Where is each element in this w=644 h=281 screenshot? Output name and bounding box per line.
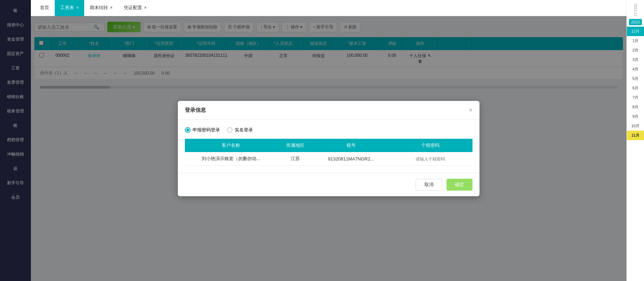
modal-body: 申报密码登录 实名登录 客户名称 所属地区 <box>178 120 479 173</box>
sidebar-item-tax-mgmt[interactable]: 税务管理 <box>0 104 31 118</box>
sidebar-item-salary[interactable]: 工资 <box>0 61 31 75</box>
main-area: 首页 工资表 × 期末结转 × 凭证配置 × 🔍 <box>31 0 626 281</box>
modal-td-password-input[interactable] <box>389 152 472 166</box>
close-tab-period-close[interactable]: × <box>110 5 113 10</box>
sidebar-item-ledger[interactable]: 账 <box>0 118 31 133</box>
radio-circle-password <box>185 127 190 133</box>
sidebar-item-fixed-assets[interactable]: 固定资产 <box>0 47 31 61</box>
sidebar-item-account[interactable]: 账 <box>0 4 31 18</box>
cal-month-3[interactable]: 3月 <box>627 55 644 64</box>
cal-month-4[interactable]: 4月 <box>627 64 644 74</box>
calendar-year: 2023.11 <box>633 4 637 16</box>
cal-month-11[interactable]: 11月 <box>627 131 644 140</box>
modal-td-region: 江苏 <box>277 152 313 166</box>
modal-table-row: 刘小艳演示账套（勿删勿动... 江苏 91320811MA7NGR2... <box>185 152 472 166</box>
modal-th-client-name: 客户名称 <box>185 139 277 152</box>
modal-table-header-row: 客户名称 所属地区 税号 个税密码 <box>185 139 472 152</box>
modal-close-button[interactable]: × <box>469 107 472 114</box>
password-input[interactable] <box>393 157 468 162</box>
modal-overlay: 登录信息 × 申报密码登录 实名登录 <box>31 16 626 281</box>
sidebar-item-doc-mgmt[interactable]: 档档管理 <box>0 133 31 147</box>
radio-password-login[interactable]: 申报密码登录 <box>185 127 220 133</box>
sidebar-item-invoice-mgmt[interactable]: 发票管理 <box>0 75 31 90</box>
sidebar-item-fund-mgmt[interactable]: 资金管理 <box>0 32 31 47</box>
tab-home[interactable]: 首页 <box>34 0 55 16</box>
modal-td-tax-no: 91320811MA7NGR2... <box>314 152 389 166</box>
cal-month-10[interactable]: 10月 <box>627 121 644 131</box>
sidebar-item-report-center[interactable]: 报表中心 <box>0 18 31 32</box>
modal-title: 登录信息 <box>185 107 206 114</box>
confirm-button[interactable]: 确定 <box>447 179 472 191</box>
sidebar-item-member[interactable]: 会员 <box>0 190 31 205</box>
tab-voucher-config[interactable]: 凭证配置 × <box>118 0 152 16</box>
radio-group: 申报密码登录 实名登录 <box>185 127 472 133</box>
cal-month-8[interactable]: 8月 <box>627 102 644 112</box>
tab-salary[interactable]: 工资表 × <box>55 0 84 16</box>
modal-td-client-name: 刘小艳演示账套（勿删勿动... <box>185 152 277 166</box>
tab-bar: 首页 工资表 × 期末结转 × 凭证配置 × <box>31 0 626 16</box>
cal-month-7[interactable]: 7月 <box>627 93 644 102</box>
radio-realname-login[interactable]: 实名登录 <box>227 127 253 133</box>
page-content: 🔍 添加人员 ▾ ⊞ 统一社保设置 ⊠ 专项附加扣除 ☰ 个税申报 <box>31 16 626 281</box>
sidebar: 账 报表中心 资金管理 固定资产 工资 发票管理 销销台账 税务管理 账 档档管… <box>0 0 31 281</box>
close-tab-voucher-config[interactable]: × <box>144 5 147 10</box>
modal-th-region: 所属地区 <box>277 139 313 152</box>
sidebar-item-guide[interactable]: 新手引导 <box>0 176 31 190</box>
calendar-panel: 2023.11 2023 12月 1月 2月 3月 4月 5月 6月 7月 8月… <box>626 0 644 281</box>
calendar-badge: 2023 <box>629 19 642 25</box>
login-info-modal: 登录信息 × 申报密码登录 实名登录 <box>178 101 479 196</box>
modal-table: 客户名称 所属地区 税号 个税密码 刘小艳演示账套（勿删勿动... 江苏 <box>185 139 472 166</box>
sidebar-item-settings[interactable]: 设 <box>0 162 31 176</box>
cal-month-6[interactable]: 6月 <box>627 83 644 93</box>
radio-circle-realname <box>227 127 233 133</box>
sidebar-item-reimbursement[interactable]: 冲畅报销 <box>0 147 31 162</box>
cal-month-1[interactable]: 1月 <box>627 36 644 46</box>
sidebar-item-sales-ledger[interactable]: 销销台账 <box>0 90 31 104</box>
cal-month-12[interactable]: 12月 <box>627 27 644 36</box>
cal-month-9[interactable]: 9月 <box>627 112 644 121</box>
tab-period-close[interactable]: 期末结转 × <box>84 0 118 16</box>
modal-th-password: 个税密码 <box>389 139 472 152</box>
modal-header: 登录信息 × <box>178 101 479 120</box>
modal-th-tax-no: 税号 <box>314 139 389 152</box>
modal-footer: 取消 确定 <box>178 173 479 196</box>
cal-month-2[interactable]: 2月 <box>627 46 644 55</box>
cancel-button[interactable]: 取消 <box>416 179 442 191</box>
close-tab-salary[interactable]: × <box>76 5 79 10</box>
cal-month-5[interactable]: 5月 <box>627 74 644 83</box>
